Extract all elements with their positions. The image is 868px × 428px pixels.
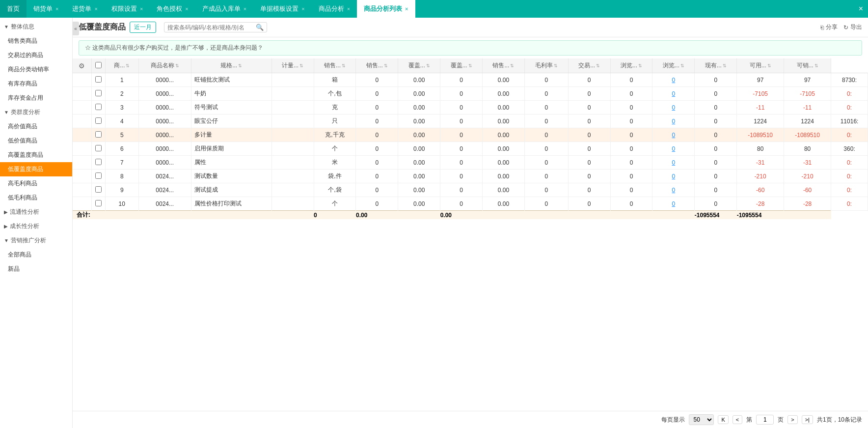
search-icon[interactable]: 🔍	[256, 24, 264, 31]
nav-finished-goods[interactable]: 产成品入库单 ×	[195, 0, 253, 18]
row-checkbox[interactable]	[91, 170, 105, 183]
row-gross-rate: 0	[568, 156, 610, 170]
row-checkbox[interactable]	[91, 101, 105, 114]
prev-page-btn[interactable]: <	[732, 415, 742, 424]
col-name: 商品名称⇅	[138, 58, 191, 73]
nav-permissions[interactable]: 权限设置 ×	[105, 0, 150, 18]
sidebar-section-growth[interactable]: ▶ 成长性分析	[0, 219, 72, 233]
row-checkbox[interactable]	[91, 73, 105, 87]
row-sellable: 0:	[831, 197, 868, 211]
sidebar-item-high-coverage[interactable]: 高覆盖度商品	[0, 148, 72, 162]
sidebar-section-group[interactable]: ▼ 类群度分析	[0, 105, 72, 119]
col-checkbox[interactable]	[91, 58, 105, 73]
row-gross-rate: 0	[568, 73, 610, 87]
col-settings[interactable]: ⚙	[73, 58, 91, 73]
row-gross-rate: 0	[568, 128, 610, 142]
next-page-btn[interactable]: >	[787, 415, 797, 424]
nav-home[interactable]: 首页	[0, 0, 27, 18]
close-roles-tab[interactable]: ×	[185, 6, 188, 12]
row-sales-amt: 0.00	[398, 183, 440, 197]
search-input[interactable]	[167, 24, 256, 31]
row-spec	[271, 183, 314, 197]
nav-sales[interactable]: 销货单 ×	[27, 0, 65, 18]
close-permissions-tab[interactable]: ×	[140, 6, 143, 12]
sidebar-section-circulation[interactable]: ▶ 流通性分析	[0, 205, 72, 219]
nav-roles[interactable]: 角色授权 ×	[150, 0, 195, 18]
nav-purchase[interactable]: 进货单 ×	[65, 0, 104, 18]
close-finished-goods-tab[interactable]: ×	[244, 6, 246, 12]
row-browse1[interactable]: 0	[652, 128, 695, 142]
row-browse2: 0	[695, 142, 737, 156]
first-page-btn[interactable]: K	[718, 415, 728, 424]
export-button[interactable]: ↻ 导出	[843, 23, 862, 31]
sidebar: ▼ 整体信息 销售类商品 交易过的商品 商品分类动销率 有库存商品 库存资金占用…	[0, 18, 73, 428]
sidebar-item-high-value[interactable]: 高价值商品	[0, 119, 72, 134]
sidebar-item-new-goods[interactable]: 新品	[0, 262, 72, 276]
row-browse1[interactable]: 0	[652, 142, 695, 156]
col-sellable: 可销...⇅	[784, 58, 831, 73]
row-browse1[interactable]: 0	[652, 73, 695, 87]
row-browse1[interactable]: 0	[652, 183, 695, 197]
sidebar-item-traded-goods[interactable]: 交易过的商品	[0, 48, 72, 62]
sidebar-collapse-btn[interactable]: «	[73, 22, 79, 35]
sidebar-item-high-gross[interactable]: 高毛利商品	[0, 176, 72, 191]
sidebar-item-low-value[interactable]: 低价值商品	[0, 134, 72, 148]
row-checkbox[interactable]	[91, 142, 105, 156]
sidebar-item-stock-capital[interactable]: 库存资金占用	[0, 91, 72, 105]
sidebar-section-overall[interactable]: ▼ 整体信息	[0, 20, 72, 34]
row-name: 符号测试	[191, 101, 271, 114]
row-browse1[interactable]: 0	[652, 101, 695, 114]
close-purchase-tab[interactable]: ×	[94, 6, 97, 12]
row-browse2: 0	[695, 87, 737, 101]
sidebar-item-stocked-goods[interactable]: 有库存商品	[0, 77, 72, 91]
per-page-select[interactable]: 50 10 20 100	[689, 414, 714, 425]
row-name: 眼宝公仔	[191, 114, 271, 128]
sidebar-item-low-gross[interactable]: 低毛利商品	[0, 191, 72, 205]
nav-goods-analysis[interactable]: 商品分析 ×	[312, 0, 357, 18]
sidebar-item-category-rate[interactable]: 商品分类动销率	[0, 62, 72, 77]
page-input[interactable]	[756, 415, 774, 425]
close-template-tab[interactable]: ×	[301, 6, 304, 12]
row-browse1[interactable]: 0	[652, 156, 695, 170]
settings-icon[interactable]: ⚙	[79, 62, 85, 70]
sidebar-item-all-goods[interactable]: 全部商品	[0, 248, 72, 262]
row-sales3: 0	[524, 128, 568, 142]
nav-goods-analysis-list[interactable]: 商品分析列表 ×	[357, 0, 415, 18]
row-sellable: 0:	[831, 156, 868, 170]
col-avail-stock: 可用...⇅	[737, 58, 784, 73]
row-browse1[interactable]: 0	[652, 114, 695, 128]
table-row: 6 0000... 启用保质期 个 0 0.00 0 0.00 0 0 0 0 …	[73, 142, 868, 156]
close-analysis-tab[interactable]: ×	[347, 6, 350, 12]
row-no: 4	[105, 114, 138, 128]
select-all-checkbox[interactable]	[95, 62, 102, 68]
total-avail-stock: -1095554	[737, 211, 784, 220]
row-checkbox[interactable]	[91, 156, 105, 170]
nav-template-settings[interactable]: 单据模板设置 ×	[253, 0, 311, 18]
row-browse1[interactable]: 0	[652, 197, 695, 211]
row-sales-qty: 0	[356, 142, 398, 156]
row-checkbox[interactable]	[91, 87, 105, 101]
row-settings	[73, 197, 91, 211]
share-button[interactable]: ⎗ 分享	[820, 23, 838, 31]
page-title: 低覆盖度商品	[79, 22, 126, 32]
row-checkbox[interactable]	[91, 197, 105, 211]
row-checkbox[interactable]	[91, 114, 105, 128]
row-browse1[interactable]: 0	[652, 170, 695, 183]
date-filter-button[interactable]: 近一月	[130, 22, 156, 33]
info-text: ☆ 这类商品只有很少客户购买过，是推广不够，还是商品本身问题？	[85, 44, 263, 52]
row-checkbox[interactable]	[91, 183, 105, 197]
table-row: 8 0024... 测试数量 袋,件 0 0.00 0 0.00 0 0 0 0…	[73, 170, 868, 183]
close-sales-tab[interactable]: ×	[55, 6, 58, 12]
table-wrapper[interactable]: ⚙ 商...⇅ 商品名称⇅ 规格...⇅ 计量...⇅ 销售...⇅ 销售...…	[73, 58, 868, 411]
row-checkbox[interactable]	[91, 128, 105, 142]
arrow-marketing: ▼	[4, 238, 9, 243]
sidebar-item-low-coverage[interactable]: 低覆盖度商品	[0, 162, 72, 176]
sidebar-item-sales-goods[interactable]: 销售类商品	[0, 34, 72, 48]
close-analysis-list-tab[interactable]: ×	[405, 6, 408, 12]
sidebar-section-marketing[interactable]: ▼ 营销推广分析	[0, 233, 72, 248]
page-label: 第	[746, 416, 752, 424]
close-window-btn[interactable]: ×	[859, 4, 868, 13]
row-browse1[interactable]: 0	[652, 87, 695, 101]
last-page-btn[interactable]: >|	[802, 415, 813, 424]
col-trade: 交易...⇅	[568, 58, 610, 73]
